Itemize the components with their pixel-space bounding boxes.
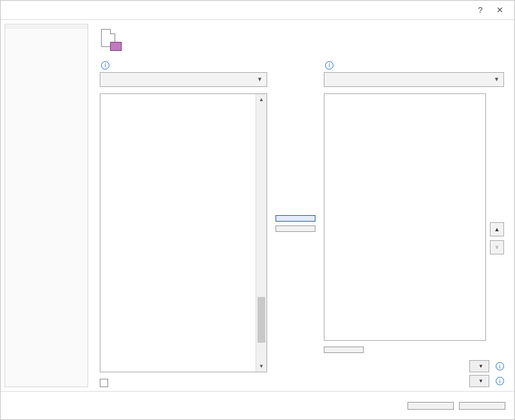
add-button[interactable]: [276, 215, 315, 222]
qat-commands-listbox[interactable]: [324, 93, 486, 341]
close-icon[interactable]: ✕: [490, 5, 509, 15]
move-up-button[interactable]: ▲: [490, 222, 504, 236]
category-sidebar: [5, 24, 88, 387]
ok-button[interactable]: [407, 402, 454, 410]
available-commands-listbox[interactable]: ▲ ▼: [100, 93, 267, 373]
qat-scope-dropdown[interactable]: ▼: [324, 72, 504, 87]
help-icon[interactable]: ?: [471, 5, 490, 15]
import-export-dropdown-button[interactable]: ▼: [469, 375, 489, 387]
info-icon[interactable]: i: [325, 61, 333, 70]
choose-commands-dropdown[interactable]: ▼: [100, 72, 267, 87]
reset-dropdown-button[interactable]: ▼: [469, 360, 489, 372]
customize-qat-icon: [100, 29, 122, 51]
cancel-button[interactable]: [459, 402, 505, 410]
title-bar: ? ✕: [1, 1, 514, 20]
choose-commands-label: i: [100, 60, 267, 70]
info-icon[interactable]: i: [496, 377, 504, 385]
chevron-down-icon: ▼: [494, 76, 500, 82]
dialog-footer: [1, 391, 514, 419]
scrollbar[interactable]: ▲ ▼: [256, 94, 267, 372]
remove-button[interactable]: [276, 225, 315, 232]
modify-button[interactable]: [324, 347, 364, 353]
info-icon[interactable]: i: [496, 362, 504, 370]
scroll-up-icon[interactable]: ▲: [256, 94, 267, 105]
word-options-dialog: ? ✕ i: [0, 0, 515, 420]
page-header: [100, 29, 504, 51]
chevron-down-icon: ▼: [257, 76, 263, 82]
customize-qat-label: i: [324, 60, 504, 70]
show-below-ribbon-checkbox[interactable]: [100, 379, 108, 387]
scroll-down-icon[interactable]: ▼: [256, 361, 267, 372]
info-icon[interactable]: i: [101, 61, 109, 70]
move-down-button[interactable]: ▼: [490, 240, 504, 254]
chevron-down-icon: ▼: [478, 378, 483, 384]
chevron-down-icon: ▼: [478, 363, 483, 369]
